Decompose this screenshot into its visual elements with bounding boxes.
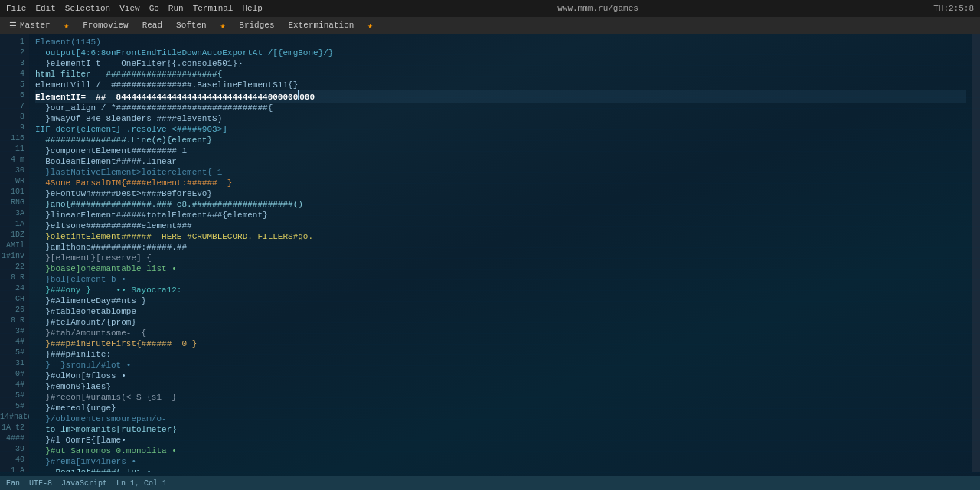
menu-help[interactable]: Help: [242, 4, 262, 13]
toolbar-fromoview[interactable]: Fromoview: [77, 19, 134, 31]
code-line: }componentElement######### 1: [35, 145, 966, 156]
toolbar-read[interactable]: Read: [136, 19, 168, 31]
scrollbar[interactable]: [972, 34, 980, 472]
code-line: }/oblomentersmourepam/o-: [35, 413, 966, 424]
code-line: 4Sone ParsalDIM{####element:###### }: [35, 178, 966, 188]
code-line: elementVill / ################.BaselineE…: [35, 80, 966, 90]
status-language: JavaScript: [61, 479, 107, 488]
menu-terminal[interactable]: Terminal: [193, 4, 234, 13]
code-line: }###ony } •• Sayocra12:: [35, 285, 966, 296]
code-line: }boase]oneamantable list •: [35, 263, 966, 274]
title-bar-menus[interactable]: File Edit Selection View Go Run Terminal…: [6, 4, 263, 13]
menu-selection[interactable]: Selection: [65, 4, 110, 13]
code-line: }#tab/Amountsome- {: [35, 328, 966, 338]
code-line: }mwayOf 84e 8leanders ####eleventS): [35, 113, 966, 124]
window-controls[interactable]: TH:2:5:8: [933, 4, 974, 13]
toolbar-extermination[interactable]: Extermination: [283, 19, 361, 31]
toolbar-star2[interactable]: ★: [214, 19, 232, 32]
code-line: }#tableonetablompe: [35, 306, 966, 317]
editor: 123456789116114 m30WR101RNG3A1A1DZAMIl1#…: [0, 34, 980, 472]
code-line: }#emon0}laes}: [35, 381, 966, 392]
code-line: }elementI t OneFilter{{.console501}}: [35, 58, 966, 69]
code-line: }eltsone###########element###: [35, 220, 966, 231]
code-line: html filter ######################{: [35, 69, 966, 80]
toolbar-bridges[interactable]: Bridges: [233, 19, 280, 31]
title-bar: File Edit Selection View Go Run Terminal…: [0, 0, 980, 17]
toolbar: ☰ Master ★ Fromoview Read Soften ★ Bridg…: [0, 17, 980, 34]
toolbar-master[interactable]: ☰ Master: [3, 19, 57, 32]
code-line: }#ut Sarmonos 0.monolita •: [35, 446, 966, 456]
toolbar-soften[interactable]: Soften: [170, 19, 213, 31]
code-line: ElementII= ## 84444444444444444444444444…: [35, 90, 966, 103]
code-line: }bol{element b •: [35, 274, 966, 285]
status-encoding: UTF-8: [29, 479, 52, 488]
code-line: }#reeon[#uramis(< $ {s1 }: [35, 392, 966, 403]
code-line: }###p#inBruteFirst{###### 0 }: [35, 338, 966, 349]
menu-run[interactable]: Run: [168, 4, 184, 13]
code-line: }oletintElement###### HERE #CRUMBLECORD.…: [35, 231, 966, 242]
code-line: }#rema[1mv4lners •: [35, 456, 966, 467]
code-line: }amlthone##########:#####.##: [35, 242, 966, 253]
code-line: }our_align / *##########################…: [35, 103, 966, 113]
code-line: to lm>momanits[rutolmeter}: [35, 424, 966, 435]
menu-edit[interactable]: Edit: [35, 4, 55, 13]
code-line: }lastNativeElement>loiterelement{ 1: [35, 167, 966, 178]
code-line: }#AlimenteDay##nts }: [35, 296, 966, 306]
status-bar: Ean UTF-8 JavaScript Ln 1, Col 1: [0, 476, 980, 490]
status-file: Ean: [6, 479, 20, 488]
window-title: www.mmm.ru/games: [557, 4, 639, 13]
menu-view[interactable]: View: [119, 4, 139, 13]
toolbar-star1[interactable]: ★: [58, 19, 76, 32]
code-line: }#telAmount/{prom}: [35, 317, 966, 328]
code-line: output[4:6:8onFrontEndTitleDownAutoExpor…: [35, 47, 966, 58]
code-line: } }sronul/#lot •: [35, 360, 966, 371]
menu-go[interactable]: Go: [149, 4, 159, 13]
code-line: }#l OomrE{[lame•: [35, 435, 966, 446]
menu-file[interactable]: File: [6, 4, 26, 13]
code-line: }###p#inlite:: [35, 349, 966, 360]
line-numbers: 123456789116114 m30WR101RNG3A1A1DZAMIl1#…: [0, 34, 29, 472]
code-line: BooleanElement#####.linear: [35, 156, 966, 167]
code-line: RegiJet#####( lui •: [35, 467, 966, 472]
code-line: }#olMon[#floss •: [35, 371, 966, 381]
code-line: }#mereol{urge}: [35, 403, 966, 413]
code-line: }linearElement######totalElement###{elem…: [35, 210, 966, 220]
master-label: ☰: [9, 21, 17, 31]
code-line: ################.Line(e){element}: [35, 135, 966, 145]
code-line: }[element}[reserve] {: [35, 253, 966, 263]
code-line: Element(1145): [35, 37, 966, 47]
code-editor[interactable]: Element(1145) output[4:6:8onFrontEndTitl…: [29, 34, 972, 472]
master-text: Master: [20, 21, 51, 30]
code-line: }ano{################.### e8.###########…: [35, 199, 966, 210]
toolbar-star3[interactable]: ★: [361, 19, 379, 32]
status-line-col: Ln 1, Col 1: [116, 479, 167, 488]
code-line: IIF decr{element} .resolve <#####903>]: [35, 124, 966, 135]
code-line: }eFontOwn#####Dest>####BeforeEvo}: [35, 188, 966, 199]
